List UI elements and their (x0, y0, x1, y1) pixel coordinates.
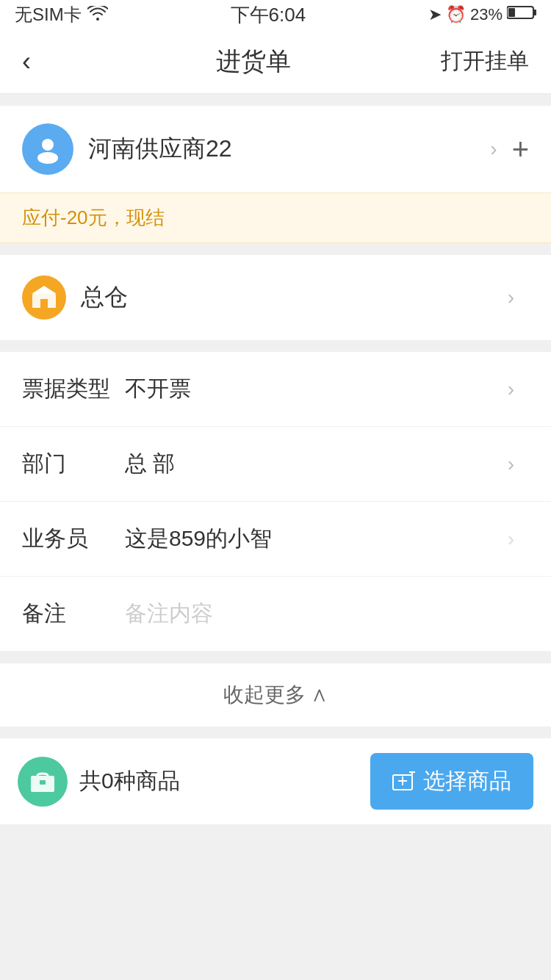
sales-row[interactable]: 业务员 这是859的小智 › (0, 502, 551, 577)
open-pending-button[interactable]: 打开挂单 (441, 46, 529, 76)
remark-input[interactable]: 备注内容 (125, 599, 529, 629)
warehouse-section: 总仓 › (0, 255, 551, 340)
page-bottom (0, 824, 551, 980)
dept-row[interactable]: 部门 总 部 › (0, 427, 551, 502)
invoice-label: 票据类型 (22, 374, 125, 404)
add-supplier-button[interactable]: + (512, 133, 529, 166)
product-bar: 共0种商品 选择商品 (0, 738, 551, 824)
invoice-value: 不开票 (125, 374, 508, 404)
dept-chevron-icon: › (508, 453, 514, 476)
form-section: 票据类型 不开票 › 部门 总 部 › 业务员 这是859的小智 › 备注 备注… (0, 352, 551, 651)
collapse-text: 收起更多 ∧ (223, 681, 328, 709)
sales-value: 这是859的小智 (125, 524, 508, 554)
location-icon: ➤ (428, 5, 442, 24)
svg-rect-2 (508, 8, 515, 17)
supplier-avatar (22, 123, 73, 175)
nav-bar: ‹ 进货单 打开挂单 (0, 29, 551, 94)
invoice-type-row[interactable]: 票据类型 不开票 › (0, 352, 551, 427)
remark-row[interactable]: 备注 备注内容 (0, 577, 551, 651)
svg-rect-8 (40, 780, 46, 785)
warehouse-icon (22, 275, 66, 320)
carrier-text: 无SIM卡 (15, 3, 82, 26)
chevron-right-icon: › (490, 137, 497, 161)
svg-point-3 (42, 139, 54, 151)
collapse-row[interactable]: 收起更多 ∧ (0, 663, 551, 727)
status-carrier: 无SIM卡 (15, 3, 108, 26)
invoice-chevron-icon: › (508, 378, 514, 401)
product-icon (18, 757, 68, 807)
back-button[interactable]: ‹ (22, 46, 66, 77)
alarm-icon: ⏰ (446, 5, 466, 24)
warehouse-chevron-icon: › (508, 286, 514, 309)
svg-marker-6 (32, 286, 57, 294)
page-title: 进货单 (216, 45, 291, 79)
supplier-row[interactable]: 河南供应商22 › + (0, 106, 551, 192)
wifi-icon (87, 4, 108, 25)
status-right-icons: ➤ ⏰ 23% (428, 5, 536, 24)
battery-icon (507, 5, 536, 24)
product-count: 共0种商品 (79, 766, 370, 796)
remark-label: 备注 (22, 599, 125, 629)
notice-text: 应付-20元，现结 (22, 206, 165, 228)
sales-chevron-icon: › (508, 527, 514, 551)
warehouse-name: 总仓 (81, 281, 508, 314)
sales-label: 业务员 (22, 524, 125, 554)
select-product-button[interactable]: 选择商品 (370, 753, 533, 810)
svg-point-4 (37, 152, 58, 164)
dept-value: 总 部 (125, 449, 508, 479)
supplier-name: 河南供应商22 (88, 133, 490, 165)
notice-banner: 应付-20元，现结 (0, 192, 551, 243)
status-bar: 无SIM卡 下午6:04 ➤ ⏰ 23% (0, 0, 551, 29)
svg-rect-1 (533, 10, 536, 15)
battery-text: 23% (470, 5, 503, 24)
select-product-label: 选择商品 (423, 766, 511, 796)
status-time: 下午6:04 (231, 2, 306, 28)
dept-label: 部门 (22, 449, 125, 479)
supplier-section: 河南供应商22 › + 应付-20元，现结 (0, 106, 551, 243)
warehouse-row[interactable]: 总仓 › (0, 255, 551, 340)
svg-rect-5 (40, 299, 48, 308)
